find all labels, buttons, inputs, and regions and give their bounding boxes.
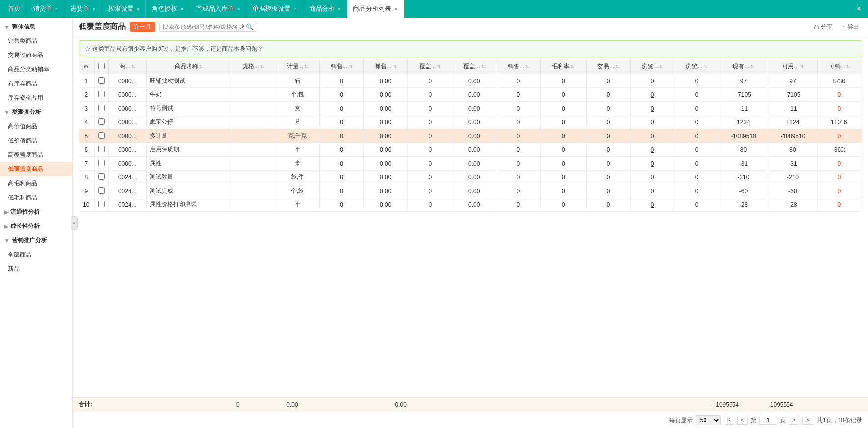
- tab-goods-analysis[interactable]: 商品分析 ×: [303, 0, 347, 18]
- sidebar-section-overall[interactable]: ▼ 整体信息: [0, 20, 72, 34]
- prev-page-button[interactable]: <: [737, 416, 748, 425]
- last-page-button[interactable]: >|: [802, 416, 814, 425]
- browse-rate-column-header[interactable]: 浏览...⇅: [675, 59, 719, 74]
- search-input[interactable]: [163, 24, 246, 30]
- share-button[interactable]: ⬡ 分享: [811, 22, 836, 32]
- code-column-header[interactable]: 商...⇅: [108, 59, 146, 74]
- browse-count-column-header[interactable]: 浏览...⇅: [630, 59, 675, 74]
- sidebar-section-marketing[interactable]: ▼ 营销推广分析: [0, 233, 72, 248]
- tab-purchase-order[interactable]: 进货单 ×: [64, 0, 102, 18]
- sidebar-item-all-goods[interactable]: 全部商品: [0, 248, 72, 262]
- tab-role-auth[interactable]: 角色授权 ×: [146, 0, 190, 18]
- select-all-checkbox[interactable]: [98, 63, 105, 69]
- row-checkbox[interactable]: [94, 143, 108, 157]
- sidebar-item-high-value[interactable]: 高价值商品: [0, 119, 72, 134]
- row-name[interactable]: 启用保质期: [146, 143, 231, 157]
- row-checkbox[interactable]: [94, 198, 108, 212]
- row-name[interactable]: 属性价格打印测试: [146, 198, 231, 212]
- first-page-button[interactable]: K: [724, 416, 734, 425]
- close-tab-sales-order[interactable]: ×: [55, 6, 58, 12]
- close-tab-goods-analysis-list[interactable]: ×: [394, 6, 397, 12]
- period-button[interactable]: 近一月: [130, 22, 155, 32]
- close-tab-finished-goods[interactable]: ×: [237, 6, 240, 12]
- available-stock-column-header[interactable]: 可用...⇅: [768, 59, 818, 74]
- row-browse-count[interactable]: 0: [630, 157, 675, 171]
- row-index: 7: [79, 157, 94, 171]
- sidebar-item-high-margin[interactable]: 高毛利商品: [0, 176, 72, 191]
- row-name[interactable]: 旺辅批次测试: [146, 74, 231, 88]
- sidebar-item-category-active-rate[interactable]: 商品分类动销率: [0, 62, 72, 77]
- tab-permission-settings[interactable]: 权限设置 ×: [102, 0, 146, 18]
- row-name[interactable]: 属性: [146, 157, 231, 171]
- sidebar-item-low-margin[interactable]: 低毛利商品: [0, 191, 72, 205]
- sidebar-item-stock-capital[interactable]: 库存资金占用: [0, 91, 72, 105]
- current-stock-column-header[interactable]: 现有...⇅: [719, 59, 768, 74]
- row-browse-count[interactable]: 0: [630, 198, 675, 212]
- sidebar-item-stocked-goods[interactable]: 有库存商品: [0, 77, 72, 91]
- next-page-button[interactable]: >: [789, 416, 799, 425]
- close-tab-template-settings[interactable]: ×: [294, 6, 297, 12]
- sidebar-item-high-coverage[interactable]: 高覆盖度商品: [0, 148, 72, 162]
- sidebar: ▼ 整体信息 销售类商品 交易过的商品 商品分类动销率 有库存商品 库存资金占用…: [0, 18, 73, 428]
- row-name[interactable]: 多计量: [146, 129, 231, 143]
- cover-customers-column-header[interactable]: 覆盖...⇅: [408, 59, 452, 74]
- sidebar-section-growth[interactable]: ▶ 成长性分析: [0, 219, 72, 233]
- per-page-select[interactable]: 50 100 200: [696, 415, 721, 425]
- tab-goods-analysis-list[interactable]: 商品分析列表 ×: [347, 0, 404, 18]
- tab-home[interactable]: 首页: [2, 0, 27, 18]
- row-checkbox[interactable]: [94, 115, 108, 129]
- tab-finished-goods[interactable]: 产成品入库单 ×: [190, 0, 246, 18]
- row-name[interactable]: 牛奶: [146, 88, 231, 102]
- unit-column-header[interactable]: 计量...⇅: [275, 59, 320, 74]
- row-browse-count[interactable]: 0: [630, 88, 675, 102]
- row-checkbox[interactable]: [94, 129, 108, 143]
- sidebar-item-low-value[interactable]: 低价值商品: [0, 134, 72, 148]
- page-number-input[interactable]: [760, 416, 777, 425]
- sidebar-item-new-goods[interactable]: 新品: [0, 262, 72, 276]
- name-column-header[interactable]: 商品名称⇅: [146, 59, 231, 74]
- table-row: 10 0024... 属性价格打印测试 个 0 0.00 0 0.00 0 0 …: [79, 198, 862, 212]
- sales-count-column-header[interactable]: 销售...⇅: [496, 59, 541, 74]
- sidebar-section-flow[interactable]: ▶ 流通性分析: [0, 205, 72, 219]
- sale-amt-column-header[interactable]: 销售...⇅: [364, 59, 408, 74]
- sidebar-section-cluster[interactable]: ▼ 类聚度分析: [0, 105, 72, 119]
- row-browse-count[interactable]: 0: [630, 129, 675, 143]
- row-checkbox[interactable]: [94, 102, 108, 115]
- sidebar-collapse-button[interactable]: «: [71, 216, 78, 230]
- tab-sales-order[interactable]: 销货单 ×: [27, 0, 64, 18]
- window-close-button[interactable]: ×: [852, 4, 866, 13]
- row-name[interactable]: 眠宝公仔: [146, 115, 231, 129]
- close-tab-purchase-order[interactable]: ×: [92, 6, 95, 12]
- row-gross-rate: 0: [541, 115, 586, 129]
- close-tab-permission-settings[interactable]: ×: [136, 6, 139, 12]
- spec-column-header[interactable]: 规格...⇅: [231, 59, 275, 74]
- row-name[interactable]: 符号测试: [146, 102, 231, 115]
- row-name[interactable]: 测试提成: [146, 184, 231, 198]
- settings-column-header[interactable]: ⚙: [79, 59, 94, 74]
- row-checkbox[interactable]: [94, 74, 108, 88]
- gross-rate-column-header[interactable]: 毛利率⇅: [541, 59, 586, 74]
- row-browse-count[interactable]: 0: [630, 115, 675, 129]
- row-browse-count[interactable]: 0: [630, 171, 675, 184]
- row-browse-count[interactable]: 0: [630, 102, 675, 115]
- row-browse-count[interactable]: 0: [630, 143, 675, 157]
- row-checkbox[interactable]: [94, 171, 108, 184]
- row-browse-count[interactable]: 0: [630, 74, 675, 88]
- sidebar-item-sales-goods[interactable]: 销售类商品: [0, 34, 72, 48]
- close-tab-goods-analysis[interactable]: ×: [338, 6, 341, 12]
- row-checkbox[interactable]: [94, 88, 108, 102]
- row-checkbox[interactable]: [94, 184, 108, 198]
- row-browse-count[interactable]: 0: [630, 184, 675, 198]
- sale-qty-column-header[interactable]: 销售...⇅: [320, 59, 364, 74]
- close-tab-role-auth[interactable]: ×: [180, 6, 183, 12]
- trans-count-column-header[interactable]: 交易...⇅: [586, 59, 630, 74]
- cover-rate-column-header[interactable]: 覆盖...⇅: [452, 59, 496, 74]
- tab-template-settings[interactable]: 单据模板设置 ×: [246, 0, 303, 18]
- row-name[interactable]: 测试数量: [146, 171, 231, 184]
- row-checkbox[interactable]: [94, 157, 108, 171]
- search-icon[interactable]: 🔍: [246, 23, 254, 30]
- salable-stock-column-header[interactable]: 可销...⇅: [817, 59, 862, 74]
- sidebar-item-traded-goods[interactable]: 交易过的商品: [0, 48, 72, 62]
- export-button[interactable]: ↑ 导出: [840, 22, 862, 32]
- sidebar-item-low-coverage[interactable]: 低覆盖度商品: [0, 162, 72, 176]
